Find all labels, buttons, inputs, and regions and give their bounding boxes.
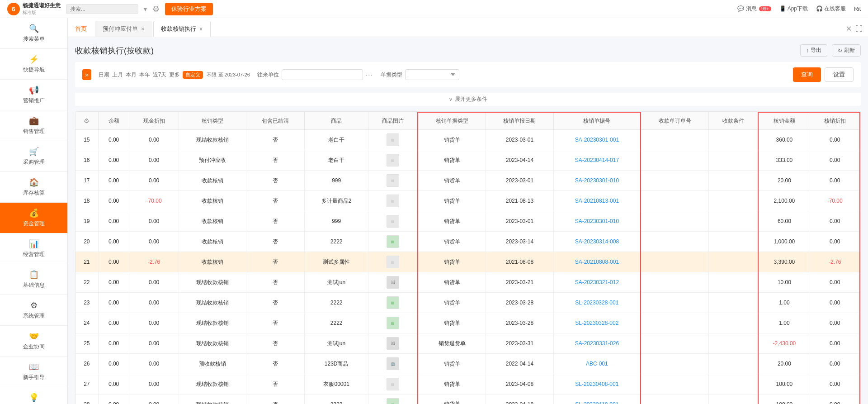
dropdown-icon[interactable]: ▾	[144, 5, 147, 13]
cell-writ-discount: 0.00	[810, 333, 860, 354]
cell-goods: 衣服00001	[305, 374, 368, 394]
cell-bill-type: 销货单	[418, 354, 486, 374]
online-service[interactable]: 🎧 在线客服	[816, 5, 846, 13]
date-7-days[interactable]: 近7天	[153, 71, 167, 79]
table-row: 15 0.00 0.00 现结收款核销 否 老白干 ▤ 销货单 2023-03-…	[75, 130, 860, 150]
tab-writeoff[interactable]: 收款核销执行 ✕	[153, 21, 211, 37]
cell-bill-type: 销货单	[418, 394, 486, 404]
cell-discount: 0.00	[129, 130, 179, 150]
sidebar-item-search[interactable]: 🔍 搜索菜单	[0, 18, 67, 49]
cell-goods: 老白干	[305, 130, 368, 150]
tab-prepay[interactable]: 预付冲应付单 ✕	[95, 21, 152, 37]
sidebar-item-collab[interactable]: 🤝 企业协同	[0, 326, 67, 356]
cell-condition	[708, 374, 758, 394]
cell-id: 19	[75, 211, 98, 232]
cell-bill-type: 销货单	[418, 130, 486, 150]
tab-close-prepay[interactable]: ✕	[141, 26, 145, 32]
cell-amount: 1,000.00	[758, 232, 810, 252]
cell-goods: 测试jun	[305, 272, 368, 293]
cell-condition	[708, 394, 758, 404]
cell-type: 现结收款核销	[179, 130, 246, 150]
settings-icon[interactable]: ⚙	[152, 4, 160, 14]
sidebar-item-hardware[interactable]: 💡 智能硬件	[0, 387, 67, 404]
cell-writ-discount: -2.76	[810, 252, 860, 272]
main-content: 首页 预付冲应付单 ✕ 收款核销执行 ✕ ✕ ⛶ 收款核销执行(按收款) ↑	[68, 18, 868, 404]
cell-discount: 0.00	[129, 394, 179, 404]
expand-label: 展开更多条件	[455, 96, 487, 102]
cell-condition	[708, 191, 758, 211]
sidebar-item-inventory[interactable]: 🏠 库存核算	[0, 172, 67, 203]
sidebar-item-sales[interactable]: 💼 销售管理	[0, 110, 67, 141]
cell-discount: 0.00	[129, 354, 179, 374]
cell-amount: 20.00	[758, 171, 810, 191]
tab-expand-icon[interactable]: ⛶	[855, 25, 863, 33]
cell-settled: 否	[246, 293, 305, 313]
sales-icon: 💼	[29, 116, 39, 126]
cell-bill-date: 2021-08-08	[486, 252, 553, 272]
sidebar-item-quicknav[interactable]: ⚡ 快捷导航	[0, 49, 67, 80]
cell-type: 现结收款核销	[179, 333, 246, 354]
sidebar-item-basic[interactable]: 📋 基础信息	[0, 264, 67, 295]
date-more[interactable]: 更多	[169, 71, 180, 79]
brand: 6 畅捷通谱好生意 标准版	[7, 2, 61, 16]
table-row: 16 0.00 0.00 预付冲应收 否 老白干 ▤ 销货单 2023-04-1…	[75, 150, 860, 171]
filter-collapse-button[interactable]: »	[82, 69, 91, 80]
sidebar-item-operations[interactable]: 📊 经营管理	[0, 233, 67, 264]
cell-id: 20	[75, 232, 98, 252]
guide-icon: 📖	[29, 362, 39, 372]
th-gear[interactable]: ⚙	[75, 112, 98, 130]
counterpart-input[interactable]	[282, 69, 363, 80]
cell-id: 23	[75, 293, 98, 313]
cell-order-no	[641, 374, 708, 394]
query-button[interactable]: 查询	[793, 67, 821, 82]
refresh-button[interactable]: ↻ 刷新	[832, 44, 861, 57]
th-bill-type: 核销单据类型	[418, 112, 486, 130]
cell-bill-type: 销货单	[418, 232, 486, 252]
cell-goods: 多计量商品2	[305, 191, 368, 211]
cell-bill-no: SA-20230301-001	[553, 130, 641, 150]
cell-bill-no: SL-20230328-002	[553, 313, 641, 333]
cell-bill-no: SA-20230331-026	[553, 333, 641, 354]
cell-amount: 1.00	[758, 293, 810, 313]
cell-discount: -70.00	[129, 191, 179, 211]
tab-close-writeoff[interactable]: ✕	[199, 26, 203, 32]
export-button[interactable]: ↑ 导出	[800, 44, 827, 57]
date-last-month[interactable]: 上月	[112, 71, 123, 79]
data-table: ⚙ 余额 现金折扣 核销类型 包含已结清 商品 商品图片 核销单据类型 核销单报…	[75, 112, 860, 404]
solution-button[interactable]: 休验行业方案	[165, 3, 213, 15]
cell-order-no	[641, 313, 708, 333]
cell-goods: 2222	[305, 394, 368, 404]
cell-goods: 测试jun	[305, 333, 368, 354]
cell-condition	[708, 171, 758, 191]
sidebar-item-guide[interactable]: 📖 新手引导	[0, 356, 67, 387]
cell-balance: 0.00	[98, 394, 129, 404]
cell-img: ▤	[368, 252, 418, 272]
cell-type: 预收款核销	[179, 354, 246, 374]
cell-amount: 100.00	[758, 394, 810, 404]
sidebar-item-purchase[interactable]: 🛒 采购管理	[0, 141, 67, 172]
cell-condition	[708, 272, 758, 293]
table-header-row: ⚙ 余额 现金折扣 核销类型 包含已结清 商品 商品图片 核销单据类型 核销单报…	[75, 112, 860, 130]
cell-bill-no: SA-20230414-017	[553, 150, 641, 171]
settings-button[interactable]: 设置	[825, 67, 854, 82]
date-custom-btn[interactable]: 自定义	[183, 71, 203, 79]
sidebar-item-finance[interactable]: 💰 资金管理	[0, 203, 67, 233]
expand-bar[interactable]: ∨ 展开更多条件	[75, 93, 861, 106]
sidebar-item-marketing[interactable]: 📢 营销推广	[0, 80, 67, 110]
tab-home[interactable]: 首页	[68, 21, 94, 37]
sidebar-label-system: 系统管理	[23, 312, 45, 320]
app-download[interactable]: 📱 App下载	[779, 5, 808, 13]
cell-balance: 0.00	[98, 130, 129, 150]
tab-close-icon[interactable]: ✕	[846, 24, 852, 33]
th-goods-img: 商品图片	[368, 112, 418, 130]
cell-bill-date: 2022-04-14	[486, 354, 553, 374]
date-this-month[interactable]: 本月	[126, 71, 137, 79]
date-this-year[interactable]: 本年	[139, 71, 150, 79]
th-writ-discount: 核销折扣	[810, 112, 860, 130]
sidebar-item-system[interactable]: ⚙ 系统管理	[0, 295, 67, 326]
bill-type-select[interactable]	[405, 69, 459, 80]
search-input[interactable]	[66, 4, 138, 14]
cell-writ-discount: 0.00	[810, 130, 860, 150]
message-area[interactable]: 💬 消息 99+	[737, 5, 771, 13]
cell-discount: 0.00	[129, 272, 179, 293]
